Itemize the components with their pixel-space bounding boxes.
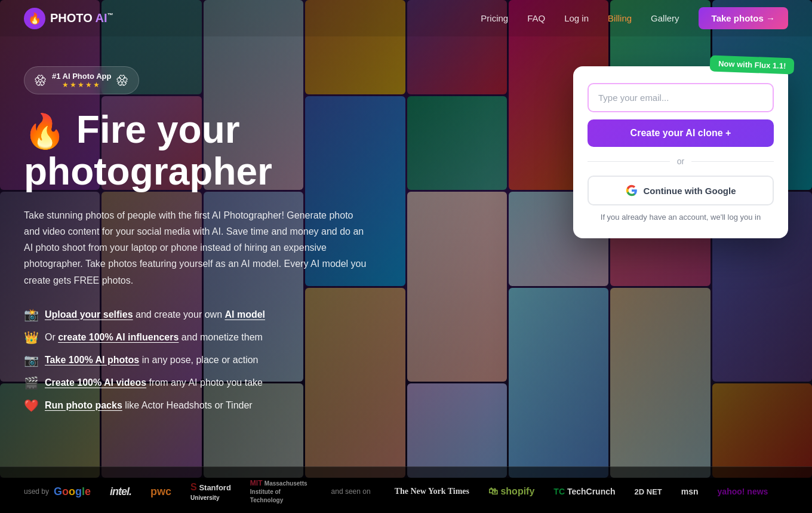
google-icon [626, 185, 638, 196]
photos-text: in any pose, place or action [142, 355, 259, 365]
ai-videos-link[interactable]: Create 100% AI videos [45, 377, 146, 388]
award-badge: 🏵 #1 AI Photo App ★★★★★ 🏵 [24, 66, 139, 94]
seen-on-label: and seen on [331, 487, 371, 496]
packs-icon: ❤️ [24, 398, 39, 413]
headline-emoji: 🔥 [24, 112, 66, 150]
intel-brand: intel. [110, 486, 131, 498]
feature-item-photos: 📷 Take 100% AI photos in any pose, place… [24, 353, 430, 367]
feature-item-videos: 🎬 Create 100% AI videos from any AI phot… [24, 376, 430, 390]
or-divider: or [588, 156, 774, 166]
feature-item-influencers: 👑 Or create 100% AI influencers and mone… [24, 330, 430, 345]
laurel-left-icon: 🏵 [34, 73, 47, 88]
logo-tm-text: ™ [107, 12, 113, 19]
brands-logos: Google intel. pwc S StanfordUniversity M… [54, 479, 768, 504]
logo-ai-text: AI [96, 11, 107, 24]
photo-packs-link[interactable]: Run photo packs [45, 400, 122, 410]
zdnet-brand: 2D NET [635, 487, 662, 496]
headline-line1: Fire your [76, 108, 240, 151]
selfies-link[interactable]: Upload your selfies [45, 309, 133, 320]
google-brand: Google [54, 486, 91, 498]
photos-icon: 📷 [24, 353, 39, 367]
signup-card: Create your AI clone + or Continue with … [573, 66, 788, 238]
signup-card-wrapper: Now with Flux 1.1! Create your AI clone … [573, 66, 788, 238]
influencers-link[interactable]: create 100% AI influencers [58, 332, 179, 342]
hero-content: 🏵 #1 AI Photo App ★★★★★ 🏵 🔥 Fire your ph… [24, 54, 430, 413]
logo[interactable]: 🔥 PHOTO AI™ [24, 8, 113, 29]
login-hint: If you already have an account, we'll lo… [588, 213, 774, 222]
pwc-brand: pwc [150, 486, 171, 498]
logo-photo-text: PHOTO [50, 11, 93, 24]
nav-links: Pricing FAQ Log in Billing Gallery Take … [481, 7, 788, 29]
nyt-brand: The New York Times [395, 487, 469, 496]
nav-link-gallery[interactable]: Gallery [651, 13, 679, 23]
feature-list: 📸 Upload your selfies and create your ow… [24, 308, 430, 413]
nav-link-faq[interactable]: FAQ [527, 13, 545, 23]
feature-item-selfies: 📸 Upload your selfies and create your ow… [24, 308, 430, 322]
laurel-right-icon: 🏵 [116, 73, 129, 88]
email-input[interactable] [588, 83, 774, 112]
award-title: #1 AI Photo App [52, 72, 111, 81]
headline-line2: photographer [24, 150, 272, 193]
selfies-text: and create your own [136, 309, 224, 320]
svg-text:🔥: 🔥 [28, 12, 42, 25]
hero-section: 🏵 #1 AI Photo App ★★★★★ 🏵 🔥 Fire your ph… [0, 36, 812, 466]
videos-text: from any AI photo you take [149, 377, 263, 388]
packs-text: like Actor Headshots or Tinder [125, 400, 252, 410]
hero-headline: 🔥 Fire your photographer [24, 109, 430, 193]
mit-brand: MIT MassachusettsInstitute ofTechnology [250, 479, 307, 504]
logo-icon: 🔥 [24, 8, 45, 29]
stanford-brand: S StanfordUniversity [190, 482, 231, 502]
nav-cta-button[interactable]: Take photos → [699, 7, 788, 29]
google-signin-button[interactable]: Continue with Google [588, 176, 774, 205]
flux-badge: Now with Flux 1.1! [709, 56, 794, 75]
videos-icon: 🎬 [24, 376, 39, 390]
techcrunch-brand: TC TechCrunch [553, 487, 615, 496]
feature-item-packs: ❤️ Run photo packs like Actor Headshots … [24, 398, 430, 413]
used-by-label: used by [24, 487, 49, 496]
selfies-icon: 📸 [24, 308, 39, 322]
ai-model-link[interactable]: AI model [224, 309, 265, 320]
influencers-text: and monetize them [182, 332, 263, 342]
influencers-icon: 👑 [24, 330, 39, 345]
nav-link-pricing[interactable]: Pricing [481, 13, 508, 23]
nav-link-billing[interactable]: Billing [608, 13, 632, 23]
award-stars: ★★★★★ [52, 81, 111, 89]
yahoo-brand: yahoo! news [718, 487, 768, 496]
hero-description: Take stunning photos of people with the … [24, 207, 370, 288]
create-clone-button[interactable]: Create your AI clone + [588, 119, 774, 147]
navbar: 🔥 PHOTO AI™ Pricing FAQ Log in Billing G… [0, 0, 812, 36]
shopify-brand: 🛍 shopify [488, 486, 534, 497]
brands-section: used by Google intel. pwc S StanfordUniv… [0, 466, 812, 513]
ai-photos-link[interactable]: Take 100% AI photos [45, 355, 139, 365]
msn-brand: msn [681, 487, 699, 496]
nav-link-login[interactable]: Log in [564, 13, 589, 23]
